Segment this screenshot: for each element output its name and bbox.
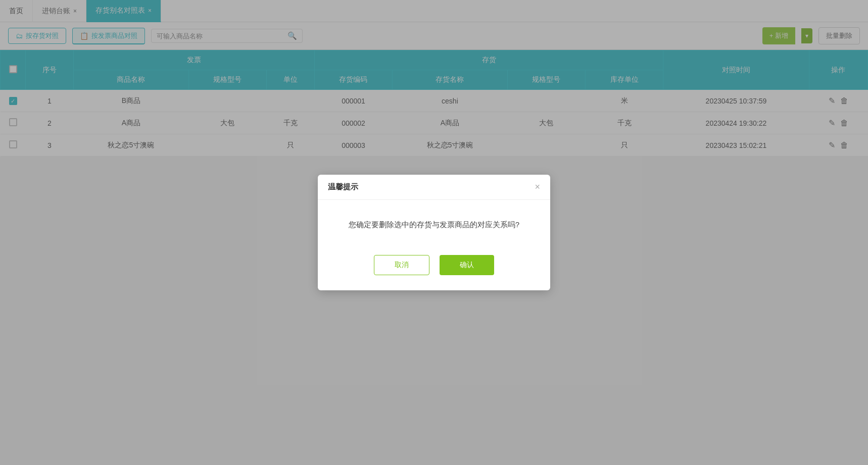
modal-overlay[interactable]: 温馨提示 × 您确定要删除选中的存货与发票商品的对应关系吗? 取消 确认 [0, 0, 868, 157]
